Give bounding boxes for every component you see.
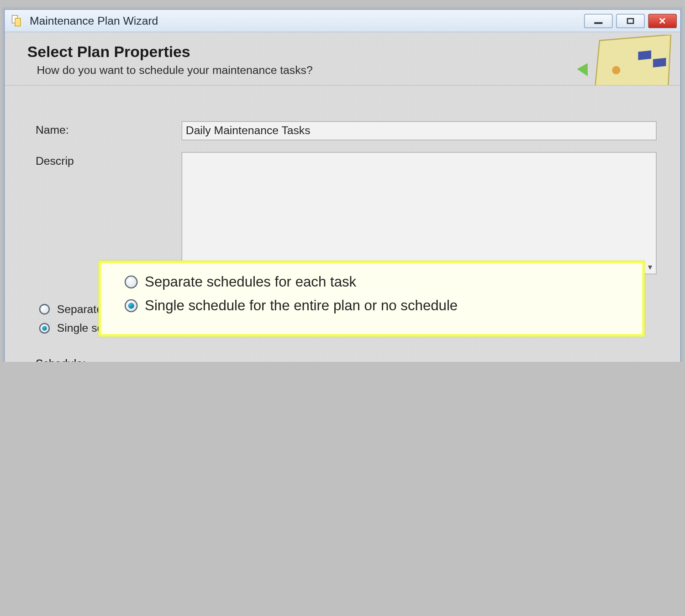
description-row: Descrip ▼ <box>36 152 657 274</box>
name-row: Name: <box>36 121 657 141</box>
annotation-callout: Separate schedules for each task Single … <box>99 261 645 336</box>
radio-icon <box>125 299 138 313</box>
maximize-button[interactable] <box>616 14 644 28</box>
svg-marker-5 <box>577 63 588 76</box>
scroll-down-icon[interactable]: ▼ <box>647 263 653 271</box>
radio-icon <box>125 276 138 289</box>
radio-icon <box>39 323 50 334</box>
svg-point-3 <box>612 66 620 74</box>
app-icon <box>11 14 24 27</box>
wizard-window: Maintenance Plan Wizard ✕ Select Plan Pr… <box>4 9 681 362</box>
page-subtitle: How do you want to schedule your mainten… <box>37 64 666 77</box>
radio-label: Single schedule for the entire plan or n… <box>145 298 458 314</box>
schedule-label: Schedule: <box>36 357 657 362</box>
name-label: Name: <box>36 121 182 137</box>
wizard-body: Name: Descrip ▼ Separate schedules for e… <box>5 86 680 362</box>
titlebar: Maintenance Plan Wizard ✕ <box>5 10 680 32</box>
description-label: Descrip <box>36 152 182 167</box>
window-controls: ✕ <box>584 14 677 28</box>
radio-label: Separate schedules for each task <box>145 274 356 290</box>
radio-icon <box>39 304 50 314</box>
callout-radio-separate: Separate schedules for each task <box>125 274 628 290</box>
window-title: Maintenance Plan Wizard <box>30 14 158 27</box>
description-input[interactable]: ▼ <box>182 152 657 274</box>
svg-rect-1 <box>638 51 651 60</box>
page-title: Select Plan Properties <box>27 43 666 61</box>
svg-rect-2 <box>653 58 666 68</box>
wizard-header: Select Plan Properties How do you want t… <box>5 32 680 86</box>
callout-radio-single: Single schedule for the entire plan or n… <box>125 298 628 314</box>
close-button[interactable]: ✕ <box>648 14 677 28</box>
schedule-section: Schedule: Occurs every day at 12:00:00 A… <box>36 357 657 362</box>
header-decor-icon <box>576 35 677 86</box>
minimize-button[interactable] <box>584 14 612 28</box>
name-input[interactable] <box>182 121 657 141</box>
